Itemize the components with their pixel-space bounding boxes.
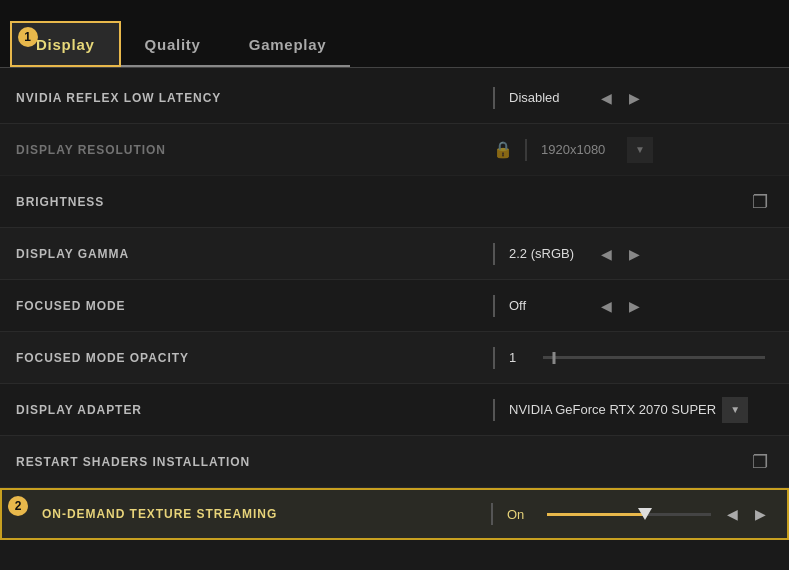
setting-value-display-adapter: NVIDIA GeForce RTX 2070 SUPER <box>509 402 716 417</box>
setting-control-display-resolution: 🔒 1920x1080 ▼ <box>493 137 773 163</box>
setting-value-display-gamma: 2.2 (sRGB) <box>509 246 589 261</box>
quality-underline <box>121 65 225 67</box>
setting-row-focused-mode-opacity: FOCUSED MODE OPACITY 1 <box>0 332 789 384</box>
setting-label-on-demand-texture: ON-DEMAND TEXTURE STREAMING <box>18 507 277 521</box>
slider-on-demand[interactable] <box>543 513 715 516</box>
arrow-left-on-demand[interactable]: ◀ <box>721 503 743 525</box>
setting-control-display-adapter: NVIDIA GeForce RTX 2070 SUPER ▼ <box>493 397 773 423</box>
setting-row-display-resolution: DISPLAY RESOLUTION 🔒 1920x1080 ▼ <box>0 124 789 176</box>
setting-control-display-gamma: 2.2 (sRGB) ◀ ▶ <box>493 243 773 265</box>
badge-2: 2 <box>8 496 28 516</box>
setting-value-focused-mode: Off <box>509 298 589 313</box>
separator4 <box>493 295 495 317</box>
separator3 <box>493 243 495 265</box>
tab-display[interactable]: 1 Display <box>10 21 121 67</box>
setting-row-nvidia-reflex: NVIDIA REFLEX LOW LATENCY Disabled ◀ ▶ <box>0 72 789 124</box>
setting-row-on-demand-texture: 2 ON-DEMAND TEXTURE STREAMING On ◀ ▶ <box>0 488 789 540</box>
setting-row-brightness: BRIGHTNESS ❐ <box>0 176 789 228</box>
setting-label-brightness: BRIGHTNESS <box>16 195 104 209</box>
separator2 <box>525 139 527 161</box>
arrow-left-focused-mode[interactable]: ◀ <box>595 295 617 317</box>
separator8 <box>491 503 493 525</box>
settings-list: NVIDIA REFLEX LOW LATENCY Disabled ◀ ▶ D… <box>0 68 789 544</box>
dropdown-display-adapter[interactable]: ▼ <box>722 397 748 423</box>
tab-gameplay[interactable]: Gameplay <box>225 21 351 67</box>
tab-quality-label: Quality <box>145 36 201 53</box>
setting-value-nvidia-reflex: Disabled <box>509 90 589 105</box>
setting-row-restart-shaders: RESTART SHADERS INSTALLATION ❐ <box>0 436 789 488</box>
setting-value-on-demand-texture: On <box>507 507 537 522</box>
slider-thumb <box>638 508 652 520</box>
separator6 <box>493 399 495 421</box>
setting-row-display-adapter: DISPLAY ADAPTER NVIDIA GeForce RTX 2070 … <box>0 384 789 436</box>
opacity-marker <box>553 352 556 364</box>
lock-icon: 🔒 <box>493 140 513 159</box>
external-btn-restart-shaders[interactable]: ❐ <box>747 449 773 475</box>
slider-fill <box>547 513 645 516</box>
tabs-bar: 1 Display Quality Gameplay <box>0 0 789 68</box>
setting-label-display-resolution: DISPLAY RESOLUTION <box>16 143 166 157</box>
setting-control-focused-mode: Off ◀ ▶ <box>493 295 773 317</box>
arrow-left-nvidia-reflex[interactable]: ◀ <box>595 87 617 109</box>
arrow-left-display-gamma[interactable]: ◀ <box>595 243 617 265</box>
separator <box>493 87 495 109</box>
setting-label-display-adapter: DISPLAY ADAPTER <box>16 403 142 417</box>
setting-control-nvidia-reflex: Disabled ◀ ▶ <box>493 87 773 109</box>
setting-label-focused-mode-opacity: FOCUSED MODE OPACITY <box>16 351 189 365</box>
arrow-right-display-gamma[interactable]: ▶ <box>623 243 645 265</box>
gameplay-underline <box>225 65 351 67</box>
tab-display-label: Display <box>36 36 95 53</box>
setting-control-restart-shaders: ❐ <box>493 449 773 475</box>
setting-value-display-resolution: 1920x1080 <box>541 142 621 157</box>
setting-control-focused-mode-opacity: 1 <box>493 347 773 369</box>
setting-row-focused-mode: FOCUSED MODE Off ◀ ▶ <box>0 280 789 332</box>
slider-track <box>547 513 711 516</box>
setting-control-on-demand-texture: On ◀ ▶ <box>491 503 771 525</box>
setting-control-brightness: ❐ <box>493 189 773 215</box>
arrow-right-nvidia-reflex[interactable]: ▶ <box>623 87 645 109</box>
separator5 <box>493 347 495 369</box>
setting-label-nvidia-reflex: NVIDIA REFLEX LOW LATENCY <box>16 91 221 105</box>
arrow-right-focused-mode[interactable]: ▶ <box>623 295 645 317</box>
opacity-slider[interactable] <box>543 356 765 359</box>
badge-1: 1 <box>18 27 38 47</box>
tab-quality[interactable]: Quality <box>121 21 225 67</box>
tab-gameplay-label: Gameplay <box>249 36 327 53</box>
setting-label-restart-shaders: RESTART SHADERS INSTALLATION <box>16 455 250 469</box>
external-btn-brightness[interactable]: ❐ <box>747 189 773 215</box>
setting-row-display-gamma: DISPLAY GAMMA 2.2 (sRGB) ◀ ▶ <box>0 228 789 280</box>
dropdown-display-resolution[interactable]: ▼ <box>627 137 653 163</box>
setting-label-focused-mode: FOCUSED MODE <box>16 299 126 313</box>
setting-value-focused-mode-opacity: 1 <box>509 350 529 365</box>
arrow-right-on-demand[interactable]: ▶ <box>749 503 771 525</box>
setting-label-display-gamma: DISPLAY GAMMA <box>16 247 129 261</box>
